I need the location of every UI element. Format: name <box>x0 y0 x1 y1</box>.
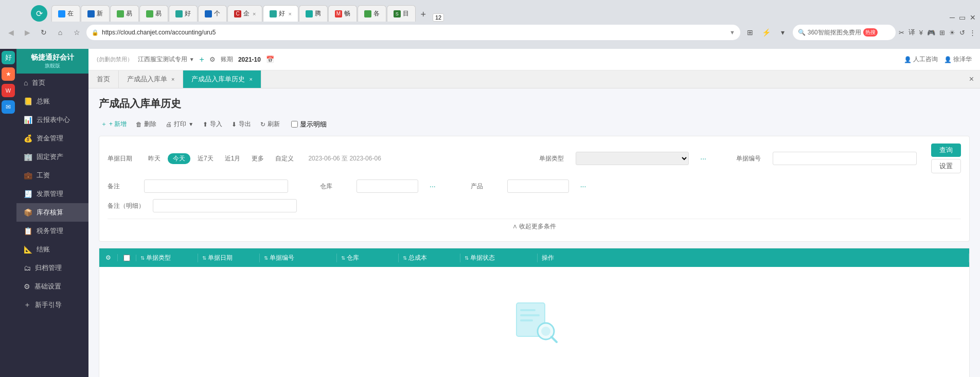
app-icon-main[interactable]: 好 <box>2 51 15 64</box>
app-icon-mail[interactable]: ✉ <box>2 100 15 114</box>
th-total[interactable]: ⇅ 总成本 <box>399 254 460 262</box>
more-btn[interactable]: ▾ <box>776 26 790 39</box>
export-btn[interactable]: ⬇ 导出 <box>229 119 253 130</box>
maximize-btn[interactable]: ▭ <box>959 13 966 22</box>
sidebar-item-basic[interactable]: ⚙ 基础设置 <box>16 277 88 296</box>
import-btn[interactable]: ⬆ 导入 <box>201 119 224 130</box>
bookmark-btn[interactable]: ☆ <box>70 26 83 39</box>
currency-icon[interactable]: ¥ <box>919 29 923 37</box>
tab-9[interactable]: 腾 <box>299 5 328 22</box>
search-bar[interactable]: 🔍 360智能抠图免费用 热搜 <box>793 25 896 40</box>
tab-6[interactable]: 个 <box>198 5 227 22</box>
show-detail-check[interactable]: 显示明细 <box>291 120 327 129</box>
lightning-btn[interactable]: ⚡ <box>760 26 773 39</box>
show-detail-checkbox[interactable] <box>291 121 298 128</box>
sidebar-item-home[interactable]: ⌂ 首页 <box>16 74 88 92</box>
tab-list-close[interactable]: × <box>171 76 174 82</box>
sidebar-item-tax[interactable]: 📋 税务管理 <box>16 222 88 240</box>
tab-history[interactable]: 产成品入库单历史 × <box>183 70 261 88</box>
settings-icon[interactable]: ⋮ <box>969 29 976 37</box>
dropdown-icon[interactable]: ▼ <box>729 29 735 35</box>
tab-10[interactable]: M 畅 <box>328 5 357 22</box>
note-filter-input[interactable] <box>144 179 288 193</box>
close-btn[interactable]: ✕ <box>970 13 976 22</box>
tab-1[interactable]: 在 <box>51 5 80 22</box>
back-btn[interactable]: ◀ <box>4 26 17 39</box>
sidebar-item-fund[interactable]: 💰 资金管理 <box>16 129 88 148</box>
grid-menu-btn[interactable]: ⊞ <box>743 26 757 39</box>
tab-homepage[interactable]: 首页 <box>88 70 119 88</box>
warehouse-filter-input[interactable] <box>357 179 418 193</box>
forward-btn[interactable]: ▶ <box>21 26 34 39</box>
period-calendar-icon[interactable]: 📅 <box>266 56 274 63</box>
translate-icon[interactable]: 译 <box>908 28 915 37</box>
th-type[interactable]: ⇅ 单据类型 <box>136 254 198 262</box>
print-btn[interactable]: 🖨 打印 ▼ <box>164 119 195 130</box>
tab-2[interactable]: 新 <box>81 5 110 22</box>
tab-7[interactable]: C 企 × <box>227 5 262 22</box>
tab-3[interactable]: 易 <box>110 5 139 22</box>
date-btn-today[interactable]: 今天 <box>168 153 190 164</box>
collapse-bar[interactable]: ∧ 收起更多条件 <box>108 219 961 234</box>
game-icon[interactable]: 🎮 <box>927 29 935 37</box>
th-date[interactable]: ⇅ 单据日期 <box>198 254 260 262</box>
tab-11[interactable]: 各 <box>358 5 386 22</box>
date-btn-custom[interactable]: 自定义 <box>271 153 298 164</box>
refresh-btn[interactable]: ↻ <box>37 26 50 39</box>
tab-4[interactable]: 易 <box>139 5 168 22</box>
th-gear[interactable]: ⚙ <box>99 254 118 261</box>
sidebar-item-invoice[interactable]: 🧾 发票管理 <box>16 185 88 203</box>
sidebar-item-asset[interactable]: 🏢 固定资产 <box>16 148 88 166</box>
th-warehouse[interactable]: ⇅ 仓库 <box>337 254 399 262</box>
scissors-icon[interactable]: ✂ <box>899 29 904 37</box>
product-filter-input[interactable] <box>507 179 569 193</box>
new-tab-button[interactable]: + <box>416 7 431 22</box>
setting-button[interactable]: 设置 <box>931 159 961 173</box>
tab-5[interactable]: 好 <box>169 5 198 22</box>
tab-history-close[interactable]: × <box>249 76 252 82</box>
delete-btn[interactable]: 🗑 删除 <box>134 119 158 130</box>
type-filter-select[interactable] <box>576 152 689 165</box>
undo-icon[interactable]: ↺ <box>959 29 965 37</box>
th-number[interactable]: ⇅ 单据编号 <box>260 254 337 262</box>
sidebar-item-ledger[interactable]: 📒 总账 <box>16 92 88 111</box>
add-company-btn[interactable]: + <box>200 55 204 64</box>
search-text: 360智能抠图免费用 <box>808 28 861 37</box>
sidebar-item-archive[interactable]: 🗂 归档管理 <box>16 259 88 277</box>
tab-list[interactable]: 产成品入库单 × <box>119 70 183 88</box>
app-icon-2[interactable]: ★ <box>2 67 15 81</box>
sidebar-item-report[interactable]: 📊 云报表中心 <box>16 111 88 129</box>
new-btn[interactable]: ＋ + 新增 <box>99 119 129 130</box>
number-filter-input[interactable] <box>773 152 917 165</box>
sidebar-item-wage[interactable]: 💼 工资 <box>16 166 88 185</box>
date-btn-yesterday[interactable]: 昨天 <box>144 153 165 164</box>
date-btn-7days[interactable]: 近7天 <box>193 153 218 164</box>
detail-note-input[interactable] <box>153 199 297 212</box>
import-icon: ⬆ <box>203 121 208 128</box>
th-status[interactable]: ⇅ 单据状态 <box>460 254 538 262</box>
minimize-btn[interactable]: ─ <box>950 13 955 22</box>
url-bar[interactable]: 🔒 https://cloud.chanjet.com/accounting/u… <box>86 25 740 40</box>
sidebar-item-more[interactable]: ＋ 新手引导 <box>16 296 88 314</box>
refresh-btn[interactable]: ↻ 刷新 <box>258 119 282 130</box>
print-dropdown[interactable]: ▼ <box>188 121 193 127</box>
sidebar-item-inventory[interactable]: 📦 库存核算 <box>16 203 88 222</box>
sun-icon[interactable]: ☀ <box>949 29 955 37</box>
user-avatar[interactable]: 👤 徐泽华 <box>944 55 972 64</box>
th-check[interactable] <box>118 255 136 261</box>
tab-12[interactable]: S 目 <box>387 5 416 22</box>
home-btn[interactable]: ⌂ <box>54 26 67 39</box>
select-all-checkbox[interactable] <box>123 255 130 261</box>
panel-close-btn[interactable]: × <box>967 73 976 86</box>
query-button[interactable]: 查询 <box>931 143 961 157</box>
service-btn[interactable]: 👤 人工咨询 <box>904 55 938 64</box>
date-btn-more[interactable]: 更多 <box>247 153 268 164</box>
tab-8-active[interactable]: 好 × <box>263 5 298 22</box>
layout-icon[interactable]: ⊞ <box>939 29 945 37</box>
date-btn-1month[interactable]: 近1月 <box>221 153 245 164</box>
company-warning: (勿删勿禁用） <box>97 56 133 63</box>
company-selector[interactable]: 江西服宝测试专用 ▼ <box>138 55 194 64</box>
sidebar-item-settle[interactable]: 📐 结账 <box>16 240 88 259</box>
company-settings-btn[interactable]: ⚙ <box>209 56 216 63</box>
app-icon-weibo[interactable]: W <box>2 84 15 97</box>
